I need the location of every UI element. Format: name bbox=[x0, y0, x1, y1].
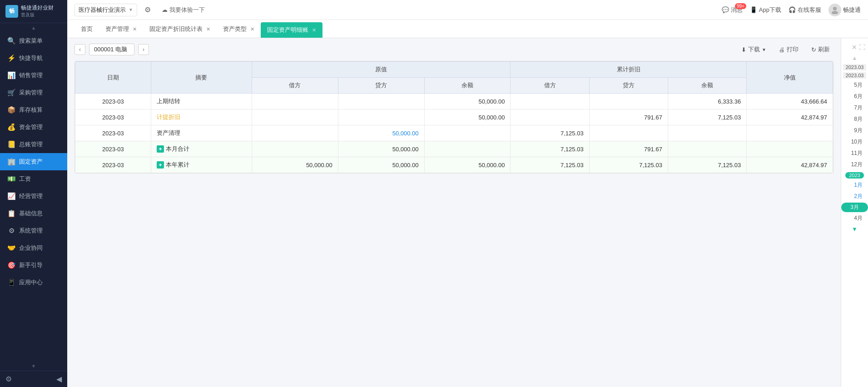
sidebar-item-label: 总账管理 bbox=[19, 140, 43, 149]
table-row: 2023-03 本年累计 50,000.00 50,000.0 bbox=[75, 157, 833, 173]
message-button[interactable]: 💬 消息 99+ bbox=[722, 6, 743, 14]
tab-home-label: 首页 bbox=[81, 25, 93, 33]
cell-orig-credit: 50,000.00 bbox=[338, 125, 424, 141]
search-icon: 🔍 bbox=[7, 37, 15, 45]
tab-asset-detail[interactable]: 固定资产明细账 ✕ bbox=[261, 22, 322, 38]
sidebar-item-sales[interactable]: 📊 销售管理 bbox=[0, 67, 67, 84]
next-asset-button[interactable]: › bbox=[138, 44, 149, 55]
cell-net-value bbox=[747, 125, 833, 141]
settings-bottom-icon[interactable]: ⚙ bbox=[5, 375, 12, 383]
timeline-month-7[interactable]: 7月 bbox=[841, 102, 868, 114]
sidebar-item-system[interactable]: ⚙ 系统管理 bbox=[0, 222, 67, 239]
sidebar-item-quick-nav[interactable]: ⚡ 快捷导航 bbox=[0, 50, 67, 67]
cell-date: 2023-03 bbox=[75, 125, 151, 141]
sidebar-item-search[interactable]: 🔍 搜索菜单 bbox=[0, 32, 67, 50]
refresh-button[interactable]: ↻ 刷新 bbox=[808, 44, 833, 55]
collapse-icon[interactable]: ◀ bbox=[56, 375, 62, 383]
guide-icon: 🎯 bbox=[7, 261, 15, 269]
download-button[interactable]: ⬇ 下载 ▼ bbox=[738, 44, 770, 55]
refresh-icon: ↻ bbox=[811, 46, 816, 53]
timeline-month-1[interactable]: 1月 bbox=[841, 179, 868, 191]
message-badge: 99+ bbox=[735, 3, 746, 9]
timeline-close-icon[interactable]: ✕ bbox=[852, 44, 857, 51]
cell-orig-debit bbox=[252, 109, 338, 125]
online-service-button[interactable]: 🎧 在线客服 bbox=[789, 6, 821, 14]
timeline-month-11[interactable]: 11月 bbox=[841, 148, 868, 159]
nav-row: ‹ 000001 电脑 › ⬇ 下载 ▼ 🖨 打印 ↻ 刷新 bbox=[74, 44, 833, 55]
sidebar-item-inventory[interactable]: 📦 库存核算 bbox=[0, 101, 67, 119]
tab-asset-type[interactable]: 资产类型 ✕ bbox=[217, 21, 261, 38]
timeline-top-icons: ✕ ⛶ bbox=[841, 42, 868, 53]
sidebar-item-label: 固定资产 bbox=[19, 158, 43, 166]
toolbar-right: ⬇ 下载 ▼ 🖨 打印 ↻ 刷新 bbox=[738, 44, 833, 55]
quick-nav-icon: ⚡ bbox=[7, 54, 15, 62]
print-icon: 🖨 bbox=[779, 46, 785, 53]
sidebar-item-company-collab[interactable]: 🤝 企业协同 bbox=[0, 239, 67, 257]
timeline-month-5[interactable]: 5月 bbox=[841, 79, 868, 91]
table-row: 2023-03 计提折旧 50,000.00 791.67 7,125.03 4… bbox=[75, 109, 833, 125]
timeline-scroll-up[interactable]: ▲ bbox=[850, 53, 859, 63]
timeline-scroll-down[interactable]: ▼ bbox=[850, 224, 859, 234]
sidebar-scroll-up[interactable]: ▲ bbox=[0, 23, 67, 32]
experience-button[interactable]: ☁ 我要体验一下 bbox=[162, 6, 205, 14]
header-settings-icon[interactable]: ⚙ bbox=[143, 4, 153, 16]
sidebar-item-ledger[interactable]: 📒 总账管理 bbox=[0, 136, 67, 153]
cell-orig-balance: 50,000.00 bbox=[424, 157, 511, 173]
refresh-label: 刷新 bbox=[818, 45, 830, 54]
sidebar-item-label: 基础信息 bbox=[19, 209, 43, 218]
timeline-year-badge[interactable]: 2023 bbox=[845, 172, 863, 179]
timeline-month-12[interactable]: 12月 bbox=[841, 159, 868, 170]
cell-orig-debit bbox=[252, 141, 338, 157]
user-name: 畅捷通 bbox=[843, 6, 861, 14]
download-icon: ⬇ bbox=[741, 46, 746, 53]
sidebar-item-app-center[interactable]: 📱 应用中心 bbox=[0, 274, 67, 291]
user-profile[interactable]: 畅捷通 bbox=[828, 4, 861, 16]
cell-net-value: 42,874.97 bbox=[747, 109, 833, 125]
sidebar-item-purchase[interactable]: 🛒 采购管理 bbox=[0, 84, 67, 101]
tab-asset-detail-close[interactable]: ✕ bbox=[312, 27, 316, 33]
cell-orig-credit: 50,000.00 bbox=[338, 157, 424, 173]
app-download-button[interactable]: 📱 App下载 bbox=[750, 6, 781, 14]
cell-summary: 资产清理 bbox=[151, 125, 252, 141]
timeline-month-9[interactable]: 9月 bbox=[841, 125, 868, 136]
app-download-icon: 📱 bbox=[750, 6, 757, 13]
sidebar-item-label: 经营管理 bbox=[19, 192, 43, 200]
timeline-year-header-1: 2023.03 bbox=[843, 64, 867, 70]
timeline-expand-icon[interactable]: ⛶ bbox=[859, 44, 865, 51]
tab-depreciation-close[interactable]: ✕ bbox=[206, 26, 210, 32]
logo-icon: 畅 bbox=[5, 5, 18, 18]
tab-home[interactable]: 首页 bbox=[74, 21, 99, 38]
th-acc-debit: 借方 bbox=[511, 78, 589, 94]
experience-icon: ☁ bbox=[162, 6, 168, 13]
company-selector[interactable]: 医疗器械行业演示 ▼ bbox=[74, 4, 137, 16]
sidebar-item-payroll[interactable]: 💵 工资 bbox=[0, 170, 67, 188]
sidebar-item-business[interactable]: 📈 经营管理 bbox=[0, 188, 67, 205]
timeline-month-2[interactable]: 2月 bbox=[841, 191, 868, 202]
table-row: 2023-03 本月合计 50,000.00 bbox=[75, 141, 833, 157]
sidebar-item-guide[interactable]: 🎯 新手引导 bbox=[0, 257, 67, 274]
sidebar-scroll-down[interactable]: ▼ bbox=[0, 362, 67, 371]
cell-net-value: 42,874.97 bbox=[747, 157, 833, 173]
sidebar-menu: 🔍 搜索菜单 ⚡ 快捷导航 📊 销售管理 🛒 采购管理 📦 库存核算 💰 资金管… bbox=[0, 32, 67, 362]
ledger-icon: 📒 bbox=[7, 140, 15, 149]
timeline-month-6[interactable]: 6月 bbox=[841, 91, 868, 102]
timeline-month-4[interactable]: 4月 bbox=[841, 213, 868, 224]
cell-acc-credit: 791.67 bbox=[589, 109, 668, 125]
logo-name: 畅捷通好业财 bbox=[21, 5, 54, 12]
tab-asset-manage-close[interactable]: ✕ bbox=[133, 26, 137, 32]
tab-depreciation[interactable]: 固定资产折旧统计表 ✕ bbox=[143, 21, 217, 38]
sidebar-item-fixed-assets[interactable]: 🏢 固定资产 bbox=[0, 153, 67, 170]
prev-asset-button[interactable]: ‹ bbox=[74, 44, 85, 55]
cell-acc-debit bbox=[511, 94, 589, 109]
timeline-month-10[interactable]: 10月 bbox=[841, 136, 868, 148]
cell-summary: 计提折旧 bbox=[151, 109, 252, 125]
tab-asset-type-close[interactable]: ✕ bbox=[250, 26, 254, 32]
timeline-month-8[interactable]: 8月 bbox=[841, 114, 868, 125]
sidebar-item-basic-info[interactable]: 📋 基础信息 bbox=[0, 205, 67, 222]
tab-asset-manage[interactable]: 资产管理 ✕ bbox=[99, 21, 143, 38]
sidebar-item-finance[interactable]: 💰 资金管理 bbox=[0, 119, 67, 136]
timeline-month-3-active[interactable]: 3月 bbox=[841, 203, 868, 212]
cell-orig-balance: 50,000.00 bbox=[424, 94, 511, 109]
cell-orig-debit bbox=[252, 94, 338, 109]
print-button[interactable]: 🖨 打印 bbox=[775, 44, 802, 55]
